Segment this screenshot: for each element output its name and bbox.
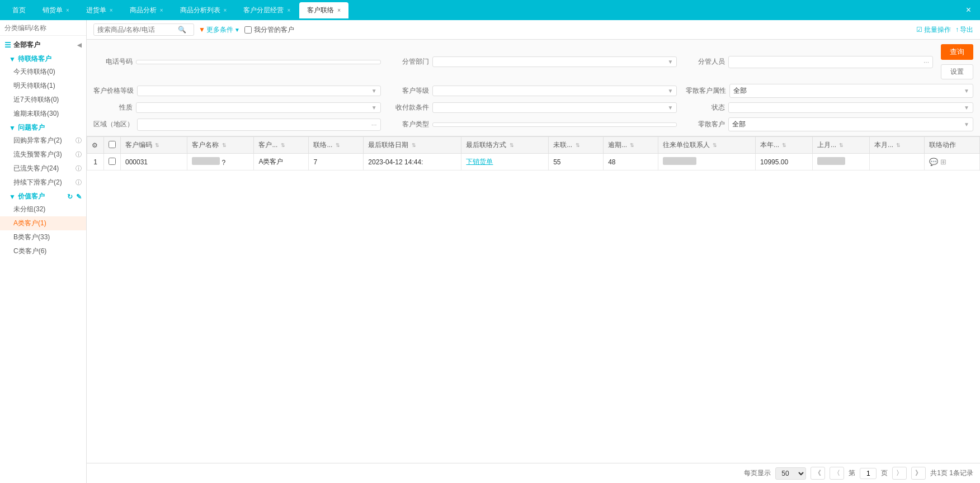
sidebar-item-class-a[interactable]: A类客户(1): [0, 216, 86, 230]
phone-input[interactable]: [136, 60, 381, 64]
sidebar-item-overdue[interactable]: 逾期未联络(30): [0, 107, 86, 121]
tab-customer-contact[interactable]: 客户联络 ×: [299, 2, 348, 18]
close-all-button[interactable]: ×: [962, 3, 976, 17]
th-overdue[interactable]: 逾期... ⇅: [604, 137, 658, 154]
row-checkbox[interactable]: [109, 158, 116, 165]
tab-analysis[interactable]: 商品分析 ×: [122, 2, 171, 18]
settings-button[interactable]: 设置: [941, 64, 973, 79]
prev-page-button[interactable]: 〈: [830, 467, 844, 480]
th-last-month[interactable]: 上月... ⇅: [813, 137, 870, 154]
settings-gear-icon[interactable]: ⚙: [92, 141, 98, 149]
customer-level-arrow: ▼: [667, 88, 673, 94]
next-page-button[interactable]: 〉: [892, 467, 907, 480]
th-this-year[interactable]: 本年... ⇅: [756, 137, 813, 154]
row-chat-icon[interactable]: 💬: [929, 158, 938, 166]
th-uncontacted[interactable]: 未联... ⇅: [549, 137, 604, 154]
sidebar-search-input[interactable]: [4, 24, 87, 32]
region-input[interactable]: ···: [137, 119, 381, 131]
sidebar-item-ungrouped[interactable]: 未分组(32): [0, 202, 86, 216]
th-last-contact-method[interactable]: 最后联络方式 ⇅: [461, 137, 549, 154]
query-button[interactable]: 查询: [941, 44, 973, 60]
tab-customer-tier-label: 客户分层经营: [243, 6, 284, 15]
sidebar-item-churn-warning[interactable]: 流失预警客户(3) ⓘ: [0, 148, 86, 162]
sort-this-month-icon: ⇅: [896, 143, 901, 148]
filter-actions: ☑ 批量操作 ↑ 导出: [916, 25, 973, 35]
tab-analysis-list[interactable]: 商品分析列表 ×: [172, 2, 235, 18]
row-contacts-blurred: [663, 157, 696, 165]
nature-select[interactable]: ▼: [136, 102, 381, 113]
sidebar-item-declining[interactable]: 持续下滑客户(2) ⓘ: [0, 176, 86, 190]
filter-search-input[interactable]: [97, 26, 176, 34]
row-more-icon[interactable]: ⊞: [940, 158, 946, 166]
th-contact-count[interactable]: 联络... ⇅: [309, 137, 364, 154]
nature-arrow: ▼: [371, 105, 377, 111]
tab-analysis-list-close[interactable]: ×: [224, 7, 227, 13]
info-icon-churn: ⓘ: [76, 150, 82, 159]
tab-sales[interactable]: 销货单 ×: [35, 2, 77, 18]
table-wrapper[interactable]: ⚙ 客户编码 ⇅ 客户名称 ⇅: [87, 136, 980, 463]
tab-sales-close[interactable]: ×: [66, 7, 69, 13]
refresh-icon[interactable]: ↻: [67, 193, 73, 201]
price-level-label: 客户价格等级: [93, 86, 134, 96]
group-value-customers[interactable]: ▼ 价值客户 ↻ ✎: [0, 190, 86, 202]
select-all-checkbox[interactable]: [109, 141, 116, 148]
th-customer-code[interactable]: 客户编码 ⇅: [121, 137, 187, 154]
tab-purchase-close[interactable]: ×: [110, 7, 113, 13]
my-customers-checkbox-area[interactable]: 我分管的客户: [244, 25, 294, 35]
tab-customer-tier-close[interactable]: ×: [287, 7, 290, 13]
customer-level-select[interactable]: ▼: [432, 86, 677, 96]
th-contacts[interactable]: 往来单位联系人 ⇅: [658, 137, 756, 154]
sidebar-item-churned[interactable]: 已流失客户(24) ⓘ: [0, 162, 86, 176]
pagination: 每页显示 50 100 200 《 〈 第 页 〉 》 共1页 1条记录: [87, 463, 980, 483]
info-icon-repurchase: ⓘ: [76, 136, 82, 145]
manager-input[interactable]: ···: [728, 56, 933, 68]
export-button[interactable]: ↑ 导出: [955, 25, 973, 35]
edit-value-icon[interactable]: ✎: [76, 193, 82, 201]
status-arrow: ▼: [964, 105, 969, 111]
payment-select[interactable]: ▼: [432, 102, 677, 113]
per-page-select[interactable]: 50 100 200: [775, 467, 806, 480]
all-customers-header[interactable]: ☰ 全部客户 ◀: [0, 36, 86, 52]
my-customers-checkbox[interactable]: [244, 26, 252, 34]
status-select[interactable]: ▼: [728, 102, 973, 113]
th-customer-name[interactable]: 客户名称 ⇅: [187, 137, 254, 154]
group-pending-contact[interactable]: ▼ 待联络客户: [0, 52, 86, 65]
current-page-input[interactable]: [860, 468, 877, 479]
tab-customer-tier[interactable]: 客户分层经营 ×: [235, 2, 298, 18]
filter-search-icon[interactable]: 🔍: [178, 26, 186, 34]
first-page-button[interactable]: 《: [811, 467, 825, 480]
last-page-button[interactable]: 》: [911, 467, 926, 480]
retail-attr-select[interactable]: 全部 ▼: [729, 84, 973, 98]
sidebar-item-repurchase-abnormal[interactable]: 回购异常客户(2) ⓘ: [0, 134, 86, 148]
price-level-select[interactable]: ▼: [137, 86, 381, 96]
sidebar-item-today[interactable]: 今天待联络(0): [0, 65, 86, 79]
group-problem-customers[interactable]: ▼ 问题客户: [0, 121, 86, 134]
dept-select[interactable]: ▼: [432, 56, 677, 67]
row-overdue: 48: [604, 154, 658, 171]
batch-ops-button[interactable]: ☑ 批量操作: [916, 25, 951, 35]
filter-more-button[interactable]: ▼ 更多条件 ▼: [199, 25, 240, 35]
row-action: 💬 ⊞: [925, 154, 980, 171]
th-customer-type[interactable]: 客户... ⇅: [254, 137, 309, 154]
th-last-contact-date[interactable]: 最后联络日期 ⇅: [364, 137, 461, 154]
th-checkbox: [104, 137, 121, 154]
tab-home[interactable]: 首页: [4, 2, 34, 18]
th-settings[interactable]: ⚙: [87, 137, 104, 154]
filter-search-box: 🔍: [93, 23, 194, 36]
sidebar-item-class-c[interactable]: C类客户(6): [0, 244, 86, 258]
sidebar-item-7days[interactable]: 近7天待联络(0): [0, 93, 86, 107]
tab-sales-label: 销货单: [43, 6, 63, 15]
row-contact-method-link[interactable]: 下销货单: [466, 158, 493, 165]
tab-customer-contact-close[interactable]: ×: [337, 7, 341, 13]
tab-analysis-close[interactable]: ×: [160, 7, 163, 13]
customer-type-input[interactable]: [432, 122, 677, 127]
retail-customer-select[interactable]: 全部 ▼: [728, 117, 973, 131]
status-label: 状态: [686, 103, 725, 112]
sidebar-item-class-b[interactable]: B类客户(33): [0, 230, 86, 244]
table-area: ⚙ 客户编码 ⇅ 客户名称 ⇅: [87, 136, 980, 483]
sidebar-item-tomorrow[interactable]: 明天待联络(1): [0, 79, 86, 93]
filter-row-manager: 分管人员 ··· 查询 设置: [686, 44, 973, 79]
data-table: ⚙ 客户编码 ⇅ 客户名称 ⇅: [87, 136, 980, 171]
th-this-month[interactable]: 本月... ⇅: [870, 137, 925, 154]
tab-purchase[interactable]: 进货单 ×: [78, 2, 121, 18]
